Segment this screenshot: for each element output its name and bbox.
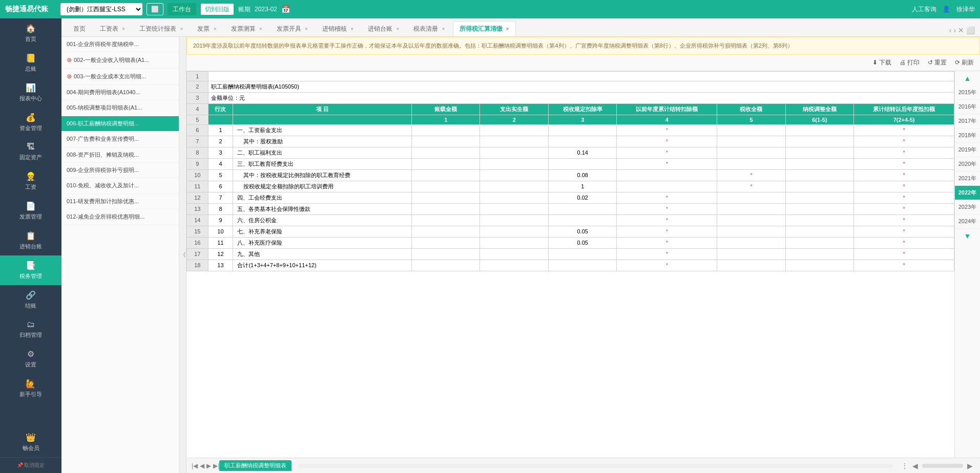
sidebar-item-salary[interactable]: 👷 工资 [0, 166, 61, 196]
val-3-c6[interactable] [785, 147, 853, 158]
year-2024[interactable]: 2024年 [955, 214, 980, 229]
tab-close-purchase-check[interactable]: × [350, 26, 353, 32]
refresh-btn[interactable]: ⟳ 刷新 [955, 58, 974, 67]
tab-close-income-tax[interactable]: × [506, 26, 509, 32]
val-10-c1[interactable] [411, 226, 479, 237]
calendar-icon[interactable]: 📅 [281, 5, 290, 13]
tab-close-all-btn[interactable]: ✕ [958, 26, 964, 34]
year-2021[interactable]: 2021年 [955, 171, 980, 186]
year-2020[interactable]: 2020年 [955, 157, 980, 171]
val-10-c5[interactable] [717, 226, 785, 237]
file-list-item-005[interactable]: 005-纳税调整项目明细表(A1... [61, 100, 179, 116]
val-4-c2[interactable] [480, 158, 548, 169]
file-list-item-002[interactable]: ⊗002-一般企业收入明细表(A1... [61, 52, 179, 69]
val-9-c5[interactable] [717, 214, 785, 226]
val-9-c2[interactable] [480, 214, 548, 226]
val-10-c2[interactable] [480, 226, 548, 237]
val-3-c3[interactable]: 0.14 [548, 147, 616, 158]
val-11-c1[interactable] [411, 237, 479, 248]
sheet-nav-start[interactable]: |◀ [192, 462, 198, 469]
val-7-c5[interactable] [717, 192, 785, 203]
val-9-c1[interactable] [411, 214, 479, 226]
tab-close-tax-list[interactable]: × [442, 26, 445, 32]
year-2017[interactable]: 2017年 [955, 114, 980, 128]
val-3-c1[interactable] [411, 147, 479, 158]
tab-next-btn[interactable]: › [953, 26, 956, 34]
val-4-c1[interactable] [411, 158, 479, 169]
sidebar-item-close[interactable]: 🔗 结账 [0, 285, 61, 315]
val-13-c1[interactable] [411, 260, 479, 271]
val-1-c5[interactable] [717, 124, 785, 136]
val-4-c6[interactable] [785, 158, 853, 169]
switch-btn[interactable]: 切到旧版 [200, 3, 234, 15]
val-5-c2[interactable] [480, 169, 548, 181]
val-8-c5[interactable] [717, 203, 785, 214]
val-12-c6[interactable] [785, 248, 853, 260]
tab-close-invoice-calc[interactable]: × [259, 26, 262, 32]
tab-purchase-ledger[interactable]: 进销台账 × [361, 21, 406, 36]
val-12-c5[interactable] [717, 248, 785, 260]
file-list-item-001[interactable]: 001-企业所得税年度纳税申... [61, 37, 179, 52]
sheet-scroll-left[interactable]: ◀ [910, 462, 920, 470]
user-avatar[interactable]: 👤 [943, 6, 950, 13]
unpin-btn[interactable]: 📌 取消固定 [0, 457, 61, 473]
val-6-c3[interactable]: 1 [548, 181, 616, 192]
horizontal-scrollbar[interactable] [298, 464, 893, 468]
val-11-c6[interactable] [785, 237, 853, 248]
tab-close-salary-stat[interactable]: × [180, 26, 183, 32]
val-2-c6[interactable] [785, 136, 853, 147]
sheet-nav-next[interactable]: ▶ [206, 462, 211, 469]
file-list-item-010[interactable]: 010-免税、减收收入及加计... [61, 178, 179, 193]
sidebar-item-vip[interactable]: 👑 畅会员 [0, 427, 61, 457]
val-10-c6[interactable] [785, 226, 853, 237]
year-2018[interactable]: 2018年 [955, 128, 980, 143]
sidebar-item-fund[interactable]: 💰 资金管理 [0, 107, 61, 137]
val-1-c3[interactable] [548, 124, 616, 136]
val-11-c3[interactable]: 0.05 [548, 237, 616, 248]
file-list-item-012[interactable]: 012-减免企业所得税优惠明细... [61, 209, 179, 225]
download-btn[interactable]: ⬇ 下载 [872, 58, 891, 67]
tab-income-tax[interactable]: 所得税汇算清缴 × [453, 21, 516, 36]
file-list-item-006[interactable]: 006-职工薪酬纳税调整明细... [61, 116, 179, 132]
sidebar-item-invoice[interactable]: 📄 发票管理 [0, 196, 61, 226]
val-12-c1[interactable] [411, 248, 479, 260]
val-2-c3[interactable] [548, 136, 616, 147]
sidebar-item-archive[interactable]: 🗂 归档管理 [0, 315, 61, 344]
val-13-c5[interactable] [717, 260, 785, 271]
sidebar-item-tax[interactable]: 📑 税务管理 [0, 255, 61, 285]
year-2022[interactable]: 2022年 [955, 186, 980, 200]
sidebar-item-assets[interactable]: 🏗 固定资产 [0, 137, 61, 166]
val-12-c2[interactable] [480, 248, 548, 260]
val-7-c1[interactable] [411, 192, 479, 203]
tab-close-invoice-open[interactable]: × [305, 26, 308, 32]
sidebar-item-guide[interactable]: 🙋 新手引导 [0, 374, 61, 403]
spreadsheet[interactable]: 1 2 职工薪酬纳税调整明细表(A105050) 3 金额 [186, 71, 954, 458]
collapse-panel-btn[interactable]: 《 [179, 37, 186, 473]
year-up-btn[interactable]: ▲ [955, 71, 980, 85]
val-8-c6[interactable] [785, 203, 853, 214]
reset-btn[interactable]: ↺ 重置 [928, 58, 947, 67]
sidebar-item-settings[interactable]: ⚙ 设置 [0, 344, 61, 374]
year-2019[interactable]: 2019年 [955, 143, 980, 157]
tab-tax-list[interactable]: 税表清册 × [407, 21, 451, 36]
tab-invoice-open[interactable]: 发票开具 × [270, 21, 315, 36]
sidebar-item-report[interactable]: 📊 报表中心 [0, 78, 61, 107]
tab-prev-btn[interactable]: ‹ [949, 26, 952, 34]
year-down-btn[interactable]: ▼ [955, 229, 980, 243]
val-7-c2[interactable] [480, 192, 548, 203]
tab-purchase-check[interactable]: 进销稽核 × [316, 21, 360, 36]
sheet-nav-end[interactable]: ▶| [213, 462, 219, 469]
val-4-c3[interactable] [548, 158, 616, 169]
sheet-tab[interactable]: 职工薪酬纳税调整明细表 [219, 460, 291, 471]
val-7-c6[interactable] [785, 192, 853, 203]
val-13-c2[interactable] [480, 260, 548, 271]
file-list-item-011[interactable]: 011-研发费用加计扣除优惠... [61, 194, 179, 209]
file-list-item-008[interactable]: 008-资产折旧、摊销及纳税... [61, 147, 179, 163]
val-6-c2[interactable] [480, 181, 548, 192]
sidebar-item-ledger[interactable]: 📒 总账 [0, 48, 61, 78]
year-2023[interactable]: 2023年 [955, 200, 980, 214]
val-7-c3[interactable]: 0.02 [548, 192, 616, 203]
sheet-nav-prev[interactable]: ◀ [200, 462, 204, 469]
tab-close-invoice[interactable]: × [214, 26, 217, 32]
val-2-c5[interactable] [717, 136, 785, 147]
